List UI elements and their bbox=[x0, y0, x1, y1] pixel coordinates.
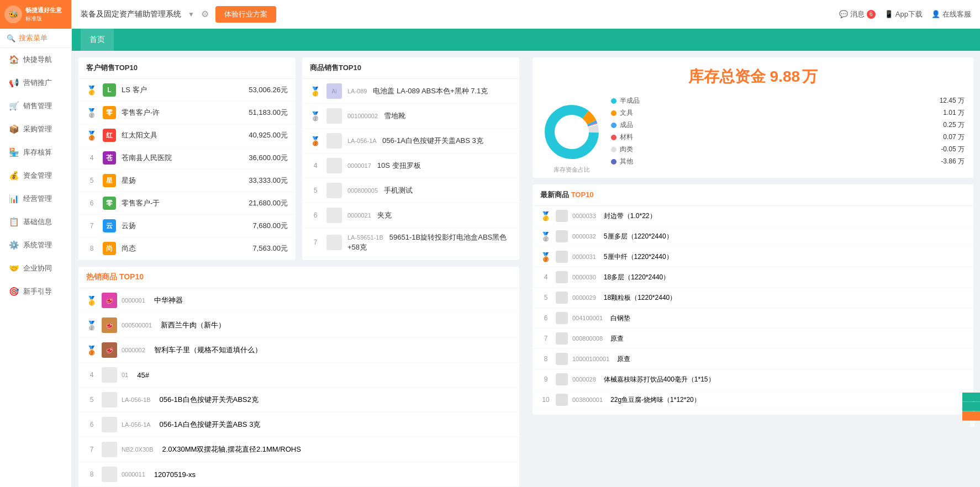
customer-service-button[interactable]: 👤 在线客服 bbox=[931, 9, 971, 19]
list-item: 8 10000100001 原查 bbox=[533, 349, 973, 369]
inventory-chart-area: 库存资金占比 半成品 12.45 万 文具 1.01 万 bbox=[541, 96, 965, 169]
table-row: 🥉 红 红太阳文具 40,925.00元 bbox=[78, 124, 296, 147]
message-badge: 6 bbox=[867, 10, 876, 19]
new-img-6 bbox=[556, 312, 568, 324]
prod-img-7 bbox=[326, 235, 342, 250]
home-tab[interactable]: 首页 bbox=[81, 29, 114, 51]
legend-dot-6 bbox=[611, 159, 617, 165]
list-item: 🥈 0000032 5厘多层（1220*2440） bbox=[533, 226, 973, 247]
hot-products-title: 热销商品 TOP10 bbox=[86, 272, 144, 282]
new-rank-10: 10 bbox=[540, 396, 551, 404]
prod-img-5 bbox=[326, 183, 342, 198]
basic-icon: 📋 bbox=[9, 217, 19, 227]
sidebar-item-basic[interactable]: 📋 基础信息 bbox=[0, 210, 71, 234]
customer-badge-2: 零 bbox=[103, 106, 116, 119]
prod-rank-6: 6 bbox=[310, 211, 321, 219]
list-item: 6 004100001 白钢垫 bbox=[533, 308, 973, 329]
new-medal-1: 🥇 bbox=[540, 211, 551, 221]
hot-products-list: 🥇 🥩 0000001 中华神器 🥈 🥩 000500001 新西兰牛肉（新牛）… bbox=[78, 288, 519, 487]
customer-name-6: 零售客户-于 bbox=[122, 198, 243, 208]
table-row: 5 星 星扬 33,333.00元 bbox=[78, 170, 296, 192]
sidebar-item-guide[interactable]: 🎯 新手引导 bbox=[0, 280, 71, 303]
new-img-5 bbox=[556, 292, 568, 304]
message-button[interactable]: 💬 消息 6 bbox=[839, 9, 876, 19]
hot-img-1: 🥩 bbox=[102, 293, 117, 308]
sidebar-item-system[interactable]: ⚙️ 系统管理 bbox=[0, 234, 71, 257]
sidebar-search[interactable]: 🔍 搜索菜单 bbox=[0, 29, 71, 48]
new-rank-8: 8 bbox=[540, 355, 551, 363]
legend-name-3: 成品 bbox=[620, 120, 940, 130]
live-button[interactable]: 直播 bbox=[962, 411, 980, 421]
hot-rank-7: 7 bbox=[86, 446, 97, 453]
customer-amount-8: 7,563.00元 bbox=[252, 244, 288, 253]
hot-name-5: 056-1B白色按键开关壳ABS2克 bbox=[160, 395, 259, 405]
rank-num-4: 4 bbox=[86, 154, 97, 162]
legend-dot-5 bbox=[611, 147, 617, 152]
marketing-icon: 📢 bbox=[9, 78, 19, 88]
legend-item-4: 材料 0.07 万 bbox=[611, 133, 965, 142]
legend-value-5: -0.05 万 bbox=[941, 145, 965, 154]
table-row: 4 苍 苍南县人民医院 36,600.00元 bbox=[78, 147, 296, 170]
customer-name-5: 星扬 bbox=[122, 176, 243, 186]
sidebar-item-inventory[interactable]: 🏪 库存核算 bbox=[0, 141, 71, 164]
legend-name-2: 文具 bbox=[620, 108, 940, 118]
newest-products-header: 最新商品 TOP10 bbox=[533, 184, 973, 206]
customer-badge-4: 苍 bbox=[103, 151, 116, 165]
legend-value-1: 12.45 万 bbox=[940, 96, 965, 105]
product-ranking-table: 🥇 Ai LA-089 电池盖 LA-089 ABS本色+黑种 7.1克 🥈 0… bbox=[302, 79, 519, 257]
new-img-8 bbox=[556, 353, 568, 365]
hot-img-5 bbox=[102, 392, 117, 407]
customer-ranking-table: 🥇 L LS 客户 53,006.26元 🥈 零 零售客户-许 51,183.0… bbox=[78, 79, 296, 260]
table-row: 🥇 L LS 客户 53,006.26元 bbox=[78, 79, 296, 102]
new-name-6: 白钢垫 bbox=[610, 314, 630, 323]
legend-item-2: 文具 1.01 万 bbox=[611, 108, 965, 118]
service-community-button[interactable]: 服务社区 bbox=[962, 402, 980, 411]
hot-img-7 bbox=[102, 442, 117, 457]
customer-amount-1: 53,006.26元 bbox=[249, 85, 288, 95]
inventory-amount: 9.88 bbox=[770, 68, 800, 85]
sidebar-item-enterprise[interactable]: 🤝 企业协同 bbox=[0, 257, 71, 280]
sidebar-item-marketing[interactable]: 📢 营销推广 bbox=[0, 71, 71, 94]
list-item: 5 0000029 18颗粒板（1220*2440） bbox=[533, 288, 973, 308]
newest-products-title: 最新商品 TOP10 bbox=[540, 190, 594, 200]
new-name-8: 原查 bbox=[617, 354, 630, 364]
operation-icon: 📊 bbox=[9, 194, 19, 204]
new-img-2 bbox=[556, 230, 568, 242]
product-ranking-header: 商品销售TOP10 bbox=[302, 57, 519, 79]
new-name-2: 5厘多层（1220*2440） bbox=[604, 232, 673, 241]
customer-badge-6: 零 bbox=[103, 197, 116, 210]
prod-img-4 bbox=[326, 158, 342, 173]
list-item: 8 0000011 12070519-xs bbox=[78, 462, 519, 487]
list-item: 🥇 0000033 封边带（1.0*22） bbox=[533, 206, 973, 226]
settings-icon[interactable]: ⚙ bbox=[201, 9, 209, 19]
sidebar-item-sales[interactable]: 🛒 销售管理 bbox=[0, 94, 71, 118]
sidebar-item-operation[interactable]: 📊 经营管理 bbox=[0, 187, 71, 210]
header-right: 💬 消息 6 📱 App下载 👤 在线客服 bbox=[839, 9, 971, 19]
sidebar-item-home[interactable]: 🏠 快捷导航 bbox=[0, 48, 71, 71]
hot-rank-5: 5 bbox=[86, 396, 97, 404]
hot-name-3: 智利车子里（规格不知道填什么） bbox=[154, 345, 262, 355]
new-rank-9: 9 bbox=[540, 375, 551, 383]
legend-value-4: 0.07 万 bbox=[943, 133, 965, 142]
sidebar-item-purchase[interactable]: 📦 采购管理 bbox=[0, 118, 71, 141]
table-row: 🥈 零 零售客户-许 51,183.00元 bbox=[78, 102, 296, 124]
dropdown-arrow[interactable]: ▼ bbox=[188, 10, 194, 18]
prod-name-3: LA-056-1A 056-1A白色按键开关盖ABS 3克 bbox=[347, 136, 512, 146]
product-ranking-title: 商品销售TOP10 bbox=[310, 63, 361, 73]
sidebar-nav: 🏠 快捷导航 📢 营销推广 🛒 销售管理 📦 采购管理 🏪 库存核算 💰 资金管… bbox=[0, 48, 71, 487]
table-row: 🥉 LA-056-1A 056-1A白色按键开关盖ABS 3克 bbox=[302, 129, 519, 153]
new-rank-4: 4 bbox=[540, 273, 551, 281]
legend-dot-4 bbox=[611, 135, 617, 140]
sidebar-item-finance[interactable]: 💰 资金管理 bbox=[0, 164, 71, 187]
app-download-button[interactable]: 📱 App下载 bbox=[884, 9, 923, 19]
rank-num-7: 7 bbox=[86, 222, 97, 230]
inventory-unit: 万 bbox=[802, 68, 818, 85]
prod-name-6: 0000021 夹克 bbox=[347, 210, 512, 220]
new-rank-6: 6 bbox=[540, 314, 551, 322]
newest-products-section: 最新商品 TOP10 🥇 0000033 封边带（1.0*22） 🥈 00000… bbox=[533, 184, 973, 415]
trial-button[interactable]: 体验行业方案 bbox=[215, 6, 276, 23]
hot-name-4: 45# bbox=[137, 371, 149, 379]
customer-hotline-button[interactable]: 客服热线 bbox=[962, 393, 980, 402]
customer-badge-3: 红 bbox=[103, 129, 116, 142]
hot-name-8: 12070519-xs bbox=[154, 470, 196, 479]
